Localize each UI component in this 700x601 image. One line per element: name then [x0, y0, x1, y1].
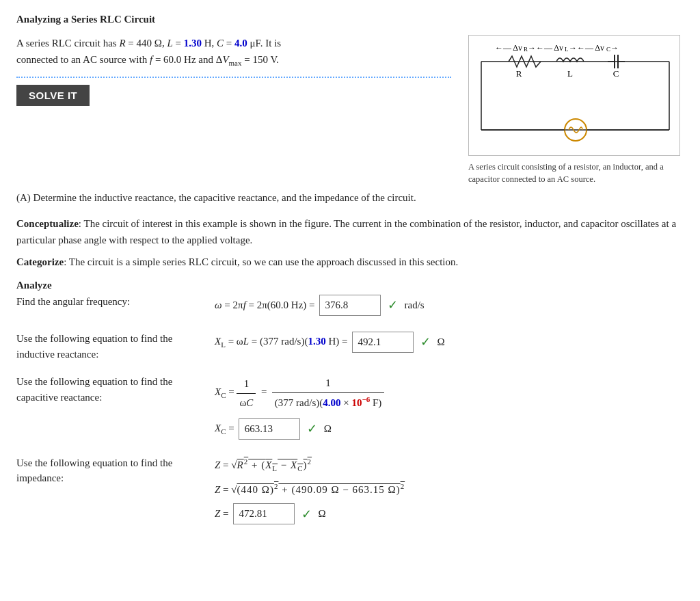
- xl-answer-box: 492.1: [352, 332, 414, 353]
- xc-answer-box: 663.13: [239, 418, 300, 440]
- impedance-desc: Use the following equation to find the i…: [16, 455, 201, 486]
- solve-it-button[interactable]: SOLVE IT: [16, 85, 90, 106]
- svg-text:C: C: [613, 68, 619, 79]
- svg-text:→←— Δv: →←— Δv: [528, 43, 563, 53]
- categorize-label: Categorize: [16, 256, 64, 267]
- page-title: Analyzing a Series RLC Circuit: [16, 14, 684, 25]
- inductive-reactance-desc: Use the following equation to find the i…: [16, 331, 201, 362]
- conceptualize-text: Conceptualize: The circuit of interest i…: [16, 215, 684, 248]
- z-answer-box: 472.81: [233, 503, 295, 524]
- svg-text:←— Δv: ←— Δv: [495, 43, 522, 53]
- angular-frequency-desc: Find the angular frequency:: [16, 294, 201, 310]
- capacitive-reactance-row: Use the following equation to find the c…: [16, 374, 684, 442]
- intro-text: A series RLC circuit has R = 440 Ω, L = …: [16, 35, 451, 70]
- capacitive-reactance-desc: Use the following equation to find the c…: [16, 374, 201, 405]
- categorize-text: Categorize: The circuit is a simple seri…: [16, 254, 684, 270]
- xl-check: ✓: [420, 331, 431, 353]
- angular-frequency-math: ω = 2πf = 2π(60.0 Hz) = 376.8 ✓ rad/s: [215, 294, 684, 319]
- inductive-reactance-math: XL = ωL = (377 rad/s)(1.30 H) = 492.1 ✓ …: [215, 331, 684, 356]
- angular-frequency-row: Find the angular frequency: ω = 2πf = 2π…: [16, 294, 684, 319]
- impedance-math: Z = √R2 + (XL − XC)2 Z = √(440 Ω)2 + (49…: [215, 455, 684, 528]
- svg-text:→←— Δv: →←— Δv: [569, 43, 604, 53]
- svg-text:L: L: [565, 46, 569, 53]
- omega-check: ✓: [388, 294, 398, 316]
- xc-check: ✓: [307, 418, 317, 440]
- omega-answer-box: 376.8: [319, 295, 381, 316]
- svg-text:L: L: [567, 68, 573, 79]
- circuit-diagram: ←— Δv R →←— Δv L →←— Δv C → R L: [468, 35, 680, 156]
- svg-text:→: →: [610, 43, 619, 53]
- dotted-divider: [16, 77, 451, 78]
- inductive-reactance-row: Use the following equation to find the i…: [16, 331, 684, 362]
- analyze-section: Analyze Find the angular frequency: ω = …: [16, 280, 684, 528]
- analyze-label: Analyze: [16, 280, 684, 291]
- svg-text:R: R: [516, 68, 522, 79]
- capacitive-reactance-math: XC = 1 ωC = 1 (377 rad/s)(4.00 × 10−6 F)…: [215, 374, 684, 442]
- conceptualize-label: Conceptualize: [16, 218, 79, 229]
- question-text: (A) Determine the inductive reactance, t…: [16, 189, 684, 206]
- z-check: ✓: [301, 503, 312, 525]
- circuit-svg: ←— Δv R →←— Δv L →←— Δv C → R L: [474, 41, 678, 147]
- circuit-caption: A series circuit consisting of a resisto…: [468, 161, 680, 185]
- impedance-row: Use the following equation to find the i…: [16, 455, 684, 528]
